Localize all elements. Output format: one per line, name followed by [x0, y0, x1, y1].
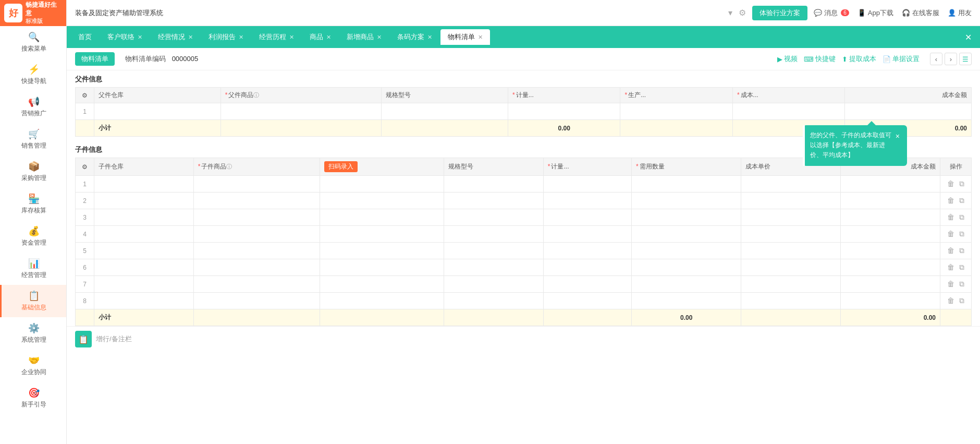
child-td-product-2[interactable]: [193, 193, 320, 209]
tab-close-1[interactable]: ✕: [138, 34, 142, 41]
nav-tab-1[interactable]: 客户联络✕: [100, 29, 150, 45]
child-td-qty-1[interactable]: [632, 176, 741, 193]
message-action[interactable]: 💬 消息 6: [814, 8, 849, 18]
sidebar-item-新手引导[interactable]: 🎯新手引导: [0, 382, 66, 414]
copy-icon-7[interactable]: ⧉: [959, 280, 964, 288]
child-td-unit-cost-7[interactable]: [741, 276, 841, 293]
child-td-spec-4[interactable]: [444, 226, 544, 243]
sidebar-item-企业协同[interactable]: 🤝企业协同: [0, 350, 66, 382]
copy-icon-3[interactable]: ⧉: [959, 213, 964, 221]
app-download-action[interactable]: 📱 App下载: [858, 8, 893, 18]
child-td-scan-3[interactable]: [320, 209, 444, 226]
tab-close-2[interactable]: ✕: [188, 34, 193, 41]
sidebar-item-营销推广[interactable]: 📢营销推广: [0, 91, 66, 123]
child-td-qty-6[interactable]: [632, 259, 741, 276]
child-td-unit-5[interactable]: [543, 243, 631, 259]
nav-tab-6[interactable]: 新增商品✕: [339, 29, 389, 45]
child-td-scan-7[interactable]: [320, 276, 444, 293]
user-action[interactable]: 👤 用友: [948, 8, 972, 18]
view-action[interactable]: ▶ 视频: [777, 54, 798, 64]
child-td-unit-cost-1[interactable]: [741, 176, 841, 193]
sidebar-item-搜索菜单[interactable]: 🔍搜索菜单: [0, 26, 66, 58]
copy-icon-4[interactable]: ⧉: [959, 230, 964, 238]
copy-icon-2[interactable]: ⧉: [959, 196, 964, 205]
child-td-qty-2[interactable]: [632, 193, 741, 209]
child-td-unit-cost-6[interactable]: [741, 259, 841, 276]
grid-view-icon[interactable]: ☰: [959, 53, 972, 65]
child-td-warehouse-7[interactable]: [94, 276, 194, 293]
copy-icon-5[interactable]: ⧉: [959, 246, 964, 255]
sidebar-item-销售管理[interactable]: 🛒销售管理: [0, 123, 66, 155]
parent-td-cost[interactable]: [732, 103, 844, 120]
parent-td-spec[interactable]: [382, 103, 508, 120]
sidebar-item-系统管理[interactable]: ⚙️系统管理: [0, 317, 66, 350]
child-td-unit-cost-8[interactable]: [741, 293, 841, 309]
sidebar-item-资金管理[interactable]: 💰资金管理: [0, 220, 66, 253]
delete-icon-7[interactable]: 🗑: [947, 280, 954, 288]
child-td-unit-2[interactable]: [543, 193, 631, 209]
child-td-product-7[interactable]: [193, 276, 320, 293]
child-td-unit-6[interactable]: [543, 259, 631, 276]
scan-input-btn[interactable]: 扫码录入: [324, 161, 358, 172]
child-td-warehouse-3[interactable]: [94, 209, 194, 226]
nav-tab-8[interactable]: 物料清单✕: [440, 29, 490, 45]
single-settings-action[interactable]: 📄 单据设置: [883, 54, 920, 64]
copy-icon-8[interactable]: ⧉: [959, 296, 964, 305]
prev-arrow[interactable]: ‹: [930, 53, 942, 65]
online-service-action[interactable]: 🎧 在线客服: [902, 8, 939, 18]
child-td-qty-4[interactable]: [632, 226, 741, 243]
child-td-scan-5[interactable]: [320, 243, 444, 259]
child-td-product-4[interactable]: [193, 226, 320, 243]
child-th-settings[interactable]: ⚙: [76, 158, 94, 176]
child-td-unit-4[interactable]: [543, 226, 631, 243]
child-td-unit-cost-4[interactable]: [741, 226, 841, 243]
nav-tab-0[interactable]: 首页: [71, 29, 99, 45]
child-td-scan-1[interactable]: [320, 176, 444, 193]
trial-btn[interactable]: 体验行业方案: [752, 6, 807, 20]
parent-td-unit[interactable]: [508, 103, 620, 120]
expand-icon[interactable]: ▾: [728, 8, 732, 18]
delete-icon-1[interactable]: 🗑: [947, 179, 954, 188]
child-td-unit-7[interactable]: [543, 276, 631, 293]
child-td-unit-cost-3[interactable]: [741, 209, 841, 226]
sidebar-item-库存核算[interactable]: 🏪库存核算: [0, 188, 66, 220]
delete-icon-3[interactable]: 🗑: [947, 213, 954, 221]
parent-td-production[interactable]: [620, 103, 732, 120]
next-arrow[interactable]: ›: [945, 53, 957, 65]
nav-tab-7[interactable]: 条码方案✕: [390, 29, 439, 45]
sidebar-item-快捷导航[interactable]: ⚡快捷导航: [0, 58, 66, 91]
child-td-unit-cost-5[interactable]: [741, 243, 841, 259]
child-td-spec-5[interactable]: [444, 243, 544, 259]
tab-close-3[interactable]: ✕: [239, 34, 243, 41]
child-td-warehouse-2[interactable]: [94, 193, 194, 209]
child-td-product-3[interactable]: [193, 209, 320, 226]
sidebar-item-经营管理[interactable]: 📊经营管理: [0, 253, 66, 285]
delete-icon-4[interactable]: 🗑: [947, 230, 954, 238]
tab-close-8[interactable]: ✕: [478, 34, 483, 41]
child-td-spec-8[interactable]: [444, 293, 544, 309]
child-td-qty-7[interactable]: [632, 276, 741, 293]
parent-td-warehouse[interactable]: [94, 103, 221, 120]
shortcut-action[interactable]: ⌨ 快捷键: [804, 54, 836, 64]
child-td-spec-7[interactable]: [444, 276, 544, 293]
child-td-product-1[interactable]: [193, 176, 320, 193]
child-td-warehouse-8[interactable]: [94, 293, 194, 309]
child-td-qty-5[interactable]: [632, 243, 741, 259]
copy-icon-6[interactable]: ⧉: [959, 263, 964, 271]
sidebar-item-基础信息[interactable]: 📋基础信息: [0, 285, 66, 317]
copy-icon-1[interactable]: ⧉: [959, 179, 964, 188]
child-td-scan-8[interactable]: [320, 293, 444, 309]
nav-tab-2[interactable]: 经营情况✕: [151, 29, 200, 45]
tab-close-5[interactable]: ✕: [326, 34, 331, 41]
child-td-scan-6[interactable]: [320, 259, 444, 276]
child-td-warehouse-5[interactable]: [94, 243, 194, 259]
child-td-unit-8[interactable]: [543, 293, 631, 309]
nav-tab-3[interactable]: 利润报告✕: [201, 29, 251, 45]
child-td-spec-3[interactable]: [444, 209, 544, 226]
sub-tab-bill-list[interactable]: 物料清单: [75, 52, 115, 66]
nav-tab-5[interactable]: 商品✕: [302, 29, 338, 45]
child-td-warehouse-6[interactable]: [94, 259, 194, 276]
tab-close-6[interactable]: ✕: [377, 34, 382, 41]
child-td-product-8[interactable]: [193, 293, 320, 309]
child-td-product-5[interactable]: [193, 243, 320, 259]
